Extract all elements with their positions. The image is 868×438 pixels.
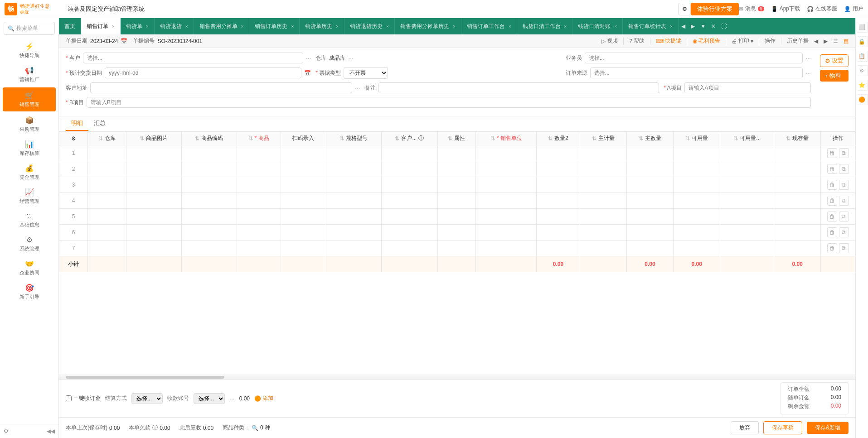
- print-button[interactable]: 🖨 打印 ▾: [732, 37, 753, 45]
- sidebar-item-base-info[interactable]: 🗂 基础信息: [0, 208, 58, 232]
- tab-next-button[interactable]: ▶: [688, 18, 698, 34]
- col-available-qty2[interactable]: ⇅可用量...: [720, 132, 774, 145]
- discard-button[interactable]: 放弃: [731, 421, 759, 434]
- col-setting[interactable]: ⚙: [59, 132, 88, 145]
- settings-bottom-icon[interactable]: ⚙: [4, 428, 9, 434]
- sidebar-item-system[interactable]: ⚙ 系统管理: [0, 232, 58, 256]
- copy-row-icon[interactable]: ⧉: [839, 243, 849, 253]
- col-main-unit[interactable]: ⇅主计量: [580, 132, 626, 145]
- online-service-button[interactable]: 🎧 在线客服: [807, 5, 837, 13]
- tab-prev-button[interactable]: ◀: [679, 18, 688, 34]
- delete-row-icon[interactable]: 🗑: [827, 164, 837, 174]
- tab-sales-cost-history[interactable]: 销售费用分摊单历史 ×: [395, 18, 461, 34]
- right-panel-icon-5[interactable]: ⭐: [857, 80, 868, 91]
- delete-row-icon[interactable]: 🗑: [827, 196, 837, 206]
- tab-sales-return[interactable]: 销货退货 ×: [155, 18, 194, 34]
- sidebar-item-enterprise[interactable]: 🤝 企业协同: [0, 256, 58, 280]
- customer-more-icon[interactable]: ···: [306, 54, 311, 62]
- tab-sales-order[interactable]: 销售订单 ×: [81, 18, 121, 34]
- app-download-button[interactable]: 📱 App下载: [771, 5, 800, 13]
- close-tab-sales-order-history[interactable]: ×: [291, 24, 294, 29]
- search-menu-button[interactable]: 🔍 搜索菜单: [4, 22, 55, 35]
- close-tab-sales-order[interactable]: ×: [112, 24, 115, 29]
- shortcut-button[interactable]: ⌨ 快捷键: [656, 37, 681, 45]
- sidebar-item-purchase[interactable]: 📦 采购管理: [0, 112, 58, 136]
- card-view-button[interactable]: ▤: [844, 38, 849, 44]
- tab-home[interactable]: 首页: [59, 18, 81, 34]
- calendar-delivery-icon[interactable]: 📅: [304, 70, 311, 76]
- delete-row-icon[interactable]: 🗑: [827, 227, 837, 237]
- next-record-button[interactable]: ▶: [824, 38, 828, 44]
- collapse-sidebar-icon[interactable]: ◀◀: [47, 428, 55, 434]
- delete-row-icon[interactable]: 🗑: [827, 180, 837, 190]
- col-image[interactable]: ⇅商品图片: [126, 132, 181, 145]
- close-tab-sales-return-history[interactable]: ×: [386, 24, 389, 29]
- payment-method-select[interactable]: 选择...: [131, 393, 163, 404]
- help-button[interactable]: ? 帮助: [629, 37, 645, 45]
- salesperson-more-icon[interactable]: ···: [805, 54, 811, 62]
- a-project-input[interactable]: [684, 82, 811, 93]
- col-current-qty[interactable]: ⇅现存量: [774, 132, 821, 145]
- order-source-input[interactable]: [590, 67, 803, 78]
- one-click-checkbox[interactable]: [66, 395, 72, 401]
- sidebar-item-operations[interactable]: 📈 经营管理: [0, 184, 58, 208]
- copy-row-icon[interactable]: ⧉: [839, 148, 849, 158]
- detail-tab-detail[interactable]: 明细: [66, 116, 88, 131]
- sidebar-item-sales[interactable]: 🛒 销售管理: [3, 87, 56, 111]
- delivery-date-input[interactable]: [105, 67, 301, 78]
- close-tab-sales-slip-history[interactable]: ×: [336, 24, 339, 29]
- customer-input[interactable]: [83, 53, 303, 63]
- col-code[interactable]: ⇅商品编码: [181, 132, 237, 145]
- account-select[interactable]: 选择...: [194, 393, 225, 404]
- view-video-button[interactable]: ▷ 视频: [601, 37, 618, 45]
- delete-row-icon[interactable]: 🗑: [827, 243, 837, 253]
- col-qty2[interactable]: ⇅数量2: [537, 132, 580, 145]
- close-tab-sales-workbench[interactable]: ×: [509, 24, 511, 29]
- history-button[interactable]: 历史单据: [787, 37, 809, 45]
- right-panel-icon-6[interactable]: 🟠: [857, 94, 868, 105]
- tab-close-all-button[interactable]: ✕: [708, 18, 718, 34]
- note-input[interactable]: [378, 82, 659, 93]
- settings-button[interactable]: ⚙: [678, 3, 691, 15]
- address-input[interactable]: [90, 82, 352, 93]
- tab-sales-return-history[interactable]: 销货退货历史 ×: [344, 18, 395, 34]
- right-panel-icon-2[interactable]: 🔒: [857, 36, 868, 47]
- add-payment-button[interactable]: 🟠 添加: [254, 395, 273, 402]
- col-product[interactable]: ⇅* 商品: [237, 132, 281, 145]
- industry-solution-button[interactable]: 体验行业方案: [691, 3, 739, 15]
- close-tab-sales-cost-history[interactable]: ×: [453, 24, 456, 29]
- b-project-input[interactable]: [87, 97, 811, 108]
- tab-expand-button[interactable]: ⛶: [718, 18, 729, 34]
- col-scan[interactable]: 扫码录入: [281, 132, 326, 145]
- detail-tab-summary[interactable]: 汇总: [88, 116, 111, 131]
- add-material-button[interactable]: + 物料: [820, 70, 849, 82]
- tab-sales-workbench[interactable]: 销售订单工作台 ×: [461, 18, 517, 34]
- delete-row-icon[interactable]: 🗑: [827, 212, 837, 221]
- delete-row-icon[interactable]: 🗑: [827, 148, 837, 158]
- scroll-bar-area[interactable]: [59, 375, 855, 379]
- tab-menu-button[interactable]: ▼: [698, 18, 708, 34]
- tab-sales-slip-history[interactable]: 销货单历史 ×: [300, 18, 344, 34]
- col-main-qty[interactable]: ⇅主数量: [626, 132, 673, 145]
- calendar-icon[interactable]: 📅: [121, 38, 127, 44]
- right-panel-icon-1[interactable]: ⬜: [857, 22, 868, 33]
- sidebar-item-finance[interactable]: 💰 资金管理: [0, 160, 58, 184]
- copy-row-icon[interactable]: ⧉: [839, 180, 849, 190]
- address-more-icon[interactable]: ···: [355, 84, 360, 91]
- copy-row-icon[interactable]: ⧉: [839, 212, 849, 221]
- col-unit[interactable]: ⇅* 销售单位: [476, 132, 537, 145]
- close-tab-sales-stats[interactable]: ×: [670, 24, 673, 29]
- salesperson-input[interactable]: [585, 53, 803, 63]
- sidebar-item-guide[interactable]: 🎯 新手引导: [0, 280, 58, 304]
- right-panel-icon-4[interactable]: ⚙: [857, 65, 868, 76]
- profit-button[interactable]: ◉ 毛利预告: [693, 37, 720, 45]
- save-draft-button[interactable]: 保存草稿: [763, 421, 802, 434]
- col-spec[interactable]: ⇅规格型号: [326, 132, 381, 145]
- close-tab-cash-workbench[interactable]: ×: [564, 24, 567, 29]
- account-more-icon[interactable]: ···: [229, 395, 235, 402]
- invoice-select[interactable]: 不开票 增值税发票: [344, 67, 388, 79]
- copy-row-icon[interactable]: ⧉: [839, 196, 849, 206]
- prev-record-button[interactable]: ◀: [814, 38, 818, 44]
- form-settings-button[interactable]: ⚙ 设置: [820, 54, 849, 67]
- copy-row-icon[interactable]: ⧉: [839, 227, 849, 237]
